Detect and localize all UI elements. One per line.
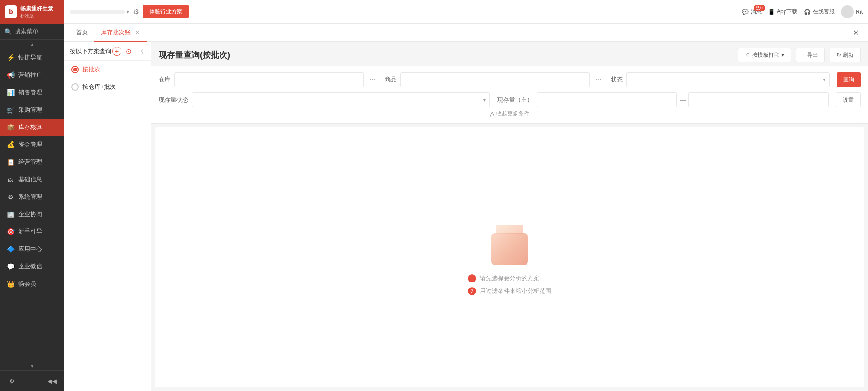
warehouse-input[interactable] xyxy=(174,72,364,87)
purchase-icon: 🛒 xyxy=(6,106,15,114)
headset-icon: 🎧 xyxy=(804,9,811,15)
topbar-right: 💬 消息 99+ 📱 App下载 🎧 在线客服 Rit xyxy=(742,5,863,18)
sidebar-item-enterprise[interactable]: 🏢 企业协同 xyxy=(0,206,64,223)
print-dropdown-icon[interactable]: ▾ xyxy=(781,52,784,58)
sidebar-item-basic[interactable]: 🗂 基础信息 xyxy=(0,171,64,188)
inventory-status-arrow: ▾ xyxy=(483,98,486,103)
filter-row-1: 仓库 ··· 商品 ··· 状态 ▾ xyxy=(159,72,861,87)
scheme-item-by-batch[interactable]: 按批次 xyxy=(64,61,151,78)
tab-home-label: 首页 xyxy=(76,28,88,37)
warehouse-label: 仓库 xyxy=(159,76,170,84)
sidebar-item-label: 基础信息 xyxy=(18,175,42,184)
inventory-icon: 📦 xyxy=(6,123,15,131)
export-label: 导出 xyxy=(807,51,818,59)
sidebar-item-purchase[interactable]: 🛒 采购管理 xyxy=(0,101,64,119)
status-label: 状态 xyxy=(611,76,623,84)
tab-inventory-batch[interactable]: 库存批次账 ✕ xyxy=(94,24,147,42)
query-button[interactable]: 查询 xyxy=(837,72,861,87)
refresh-button[interactable]: ↻ 刷新 xyxy=(830,48,861,62)
wechat-icon: 💬 xyxy=(6,262,15,271)
user-avatar-item[interactable]: Rit xyxy=(841,5,863,18)
newbie-icon: 🎯 xyxy=(6,228,15,236)
content-area: 按以下方案查询 + ⊙ 《 按批次 按仓库+批次 xyxy=(64,42,868,391)
scheme-gear-icon[interactable]: ⊙ xyxy=(124,47,133,56)
sidebar-scroll-up[interactable]: ▲ xyxy=(0,40,64,49)
sidebar-item-label: 销售管理 xyxy=(18,88,42,97)
collapse-panel-icon[interactable]: 《 xyxy=(136,47,145,56)
refresh-label: 刷新 xyxy=(843,51,854,59)
qty-from-input[interactable] xyxy=(537,92,677,107)
sales-icon: 📊 xyxy=(6,88,15,97)
collapse-conditions-bar[interactable]: ⋀ 收起更多条件 xyxy=(159,107,861,119)
sidebar-item-system[interactable]: ⚙ 系统管理 xyxy=(0,188,64,206)
range-dash: — xyxy=(680,97,686,103)
sidebar-item-quick-nav[interactable]: ⚡ 快捷导航 xyxy=(0,49,64,66)
product-filter-group: 商品 ··· xyxy=(385,72,603,87)
status-select[interactable]: ▾ xyxy=(626,72,830,87)
scheme-label: 按批次 xyxy=(82,65,100,74)
sidebar-item-member[interactable]: 👑 畅会员 xyxy=(0,275,64,293)
online-service-item[interactable]: 🎧 在线客服 xyxy=(804,8,835,16)
global-close-button[interactable]: ✕ xyxy=(849,26,863,39)
page-title: 现存量查询(按批次) xyxy=(159,49,230,60)
sidebar-item-finance[interactable]: 💰 资金管理 xyxy=(0,136,64,153)
sidebar-scroll-down[interactable]: ▼ xyxy=(0,361,64,370)
finance-icon: 💰 xyxy=(6,141,15,149)
sidebar-item-wechat[interactable]: 💬 企业微信 xyxy=(0,258,64,275)
left-panel-header: 按以下方案查询 + ⊙ 《 xyxy=(64,42,151,61)
print-button[interactable]: 🖨 按模板打印 ▾ xyxy=(738,48,791,62)
search-menu-label: 搜索菜单 xyxy=(15,27,38,36)
topbar-gear-icon[interactable]: ⚙ xyxy=(131,5,141,18)
topbar-input[interactable] xyxy=(70,10,125,14)
trial-button[interactable]: 体验行业方案 xyxy=(143,5,189,18)
message-icon-item[interactable]: 💬 消息 99+ xyxy=(742,8,762,16)
empty-hints: 1 请先选择要分析的方案 2 用过滤条件来缩小分析范围 xyxy=(468,274,551,295)
export-icon: ↑ xyxy=(802,52,805,58)
sidebar-footer: ⚙ ◀◀ xyxy=(0,370,64,391)
collapse-sidebar-icon[interactable]: ◀◀ xyxy=(47,375,58,386)
sidebar-item-sales[interactable]: 📊 销售管理 xyxy=(0,84,64,101)
hint-1-text: 请先选择要分析的方案 xyxy=(480,274,539,282)
inventory-status-select[interactable]: ▾ xyxy=(192,92,490,107)
tab-close-icon[interactable]: ✕ xyxy=(133,29,141,36)
app-logo: b xyxy=(5,5,17,18)
hint-2-text: 用过滤条件来缩小分析范围 xyxy=(480,287,551,295)
sidebar-item-marketing[interactable]: 📢 营销推广 xyxy=(0,66,64,84)
print-label: 按模板打印 xyxy=(752,51,780,59)
add-scheme-button[interactable]: + xyxy=(112,47,121,56)
sidebar-item-label: 营销推广 xyxy=(18,71,42,79)
inventory-qty-range: — xyxy=(537,92,829,107)
collapse-label: 收起更多条件 xyxy=(496,110,529,118)
message-icon: 💬 xyxy=(742,9,749,15)
page-header-right: 🖨 按模板打印 ▾ ↑ 导出 ↻ 刷新 xyxy=(738,48,861,62)
settings-footer-icon[interactable]: ⚙ xyxy=(6,375,17,386)
sidebar-item-label: 资金管理 xyxy=(18,141,42,149)
operations-icon: 📋 xyxy=(6,158,15,166)
settings-button[interactable]: 设置 xyxy=(836,92,861,107)
status-select-arrow: ▾ xyxy=(823,77,825,82)
export-button[interactable]: ↑ 导出 xyxy=(796,48,825,62)
filter-area: 仓库 ··· 商品 ··· 状态 ▾ xyxy=(151,66,868,124)
qty-to-input[interactable] xyxy=(688,92,829,107)
chevron-up-icon: ⋀ xyxy=(490,111,494,117)
basic-icon: 🗂 xyxy=(6,175,15,184)
app-download-item[interactable]: 📱 App下载 xyxy=(768,8,797,16)
sidebar-search[interactable]: 🔍 搜索菜单 xyxy=(0,24,64,40)
search-icon: 🔍 xyxy=(5,28,12,35)
scheme-radio-active xyxy=(71,66,79,73)
inventory-qty-group: 现存量（主） — xyxy=(497,92,829,107)
scheme-item-by-warehouse-batch[interactable]: 按仓库+批次 xyxy=(64,78,151,96)
sidebar-item-inventory[interactable]: 📦 库存核算 xyxy=(0,119,64,136)
left-panel: 按以下方案查询 + ⊙ 《 按批次 按仓库+批次 xyxy=(64,42,151,391)
tab-home[interactable]: 首页 xyxy=(70,24,94,42)
sidebar-item-app-center[interactable]: 🔷 应用中心 xyxy=(0,240,64,258)
sidebar-item-label: 系统管理 xyxy=(18,193,42,201)
product-more-icon[interactable]: ··· xyxy=(593,76,603,84)
filter-row-2: 现存量状态 ▾ 现存量（主） — xyxy=(159,92,861,107)
sidebar-item-label: 新手引导 xyxy=(18,228,42,236)
warehouse-more-icon[interactable]: ··· xyxy=(368,76,377,84)
sidebar-item-newbie[interactable]: 🎯 新手引导 xyxy=(0,223,64,240)
app-download-label: App下载 xyxy=(777,8,797,16)
product-input[interactable] xyxy=(400,72,590,87)
sidebar-item-operations[interactable]: 📋 经营管理 xyxy=(0,153,64,171)
